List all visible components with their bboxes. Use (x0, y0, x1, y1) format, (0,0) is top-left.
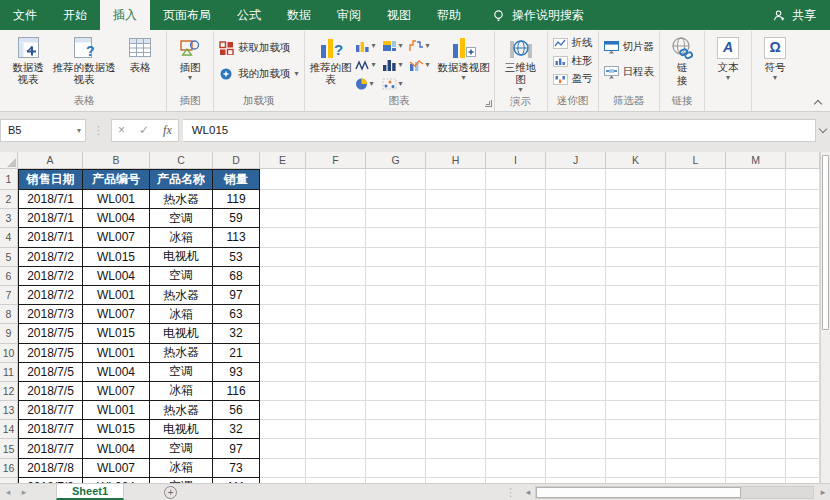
empty-cell[interactable] (666, 344, 726, 363)
column-header-E[interactable]: E (260, 152, 306, 169)
table-cell[interactable]: 热水器 (150, 401, 213, 420)
table-cell[interactable]: WL004 (83, 267, 150, 286)
empty-cell[interactable] (726, 420, 786, 439)
table-cell[interactable]: WL001 (83, 344, 150, 363)
empty-cell[interactable] (666, 439, 726, 458)
empty-cell[interactable] (426, 459, 486, 478)
ribbon-tab-帮助[interactable]: 帮助 (424, 0, 474, 30)
empty-cell[interactable] (726, 248, 786, 267)
empty-cell[interactable] (306, 248, 366, 267)
empty-cell[interactable] (306, 459, 366, 478)
sheet-nav-left-icon[interactable]: ◂ (0, 484, 16, 500)
empty-cell[interactable] (606, 169, 666, 190)
empty-cell[interactable] (306, 439, 366, 458)
table-cell[interactable]: 2018/7/7 (18, 401, 83, 420)
empty-cell[interactable] (666, 363, 726, 382)
empty-cell[interactable] (486, 363, 546, 382)
get-addins-button[interactable]: 获取加载项 (216, 38, 302, 58)
column-header-C[interactable]: C (150, 152, 213, 169)
empty-cell[interactable] (666, 190, 726, 209)
empty-cell[interactable] (666, 286, 726, 305)
table-cell[interactable]: 116 (213, 382, 260, 401)
empty-cell[interactable] (606, 286, 666, 305)
empty-cell[interactable] (306, 363, 366, 382)
empty-cell[interactable] (786, 267, 820, 286)
table-cell[interactable]: 2018/7/5 (18, 363, 83, 382)
empty-cell[interactable] (306, 420, 366, 439)
table-cell[interactable]: WL004 (83, 363, 150, 382)
table-cell[interactable]: WL007 (83, 382, 150, 401)
table-cell[interactable]: 2018/7/5 (18, 324, 83, 343)
empty-cell[interactable] (666, 420, 726, 439)
empty-cell[interactable] (366, 190, 426, 209)
empty-cell[interactable] (486, 459, 546, 478)
empty-cell[interactable] (546, 382, 606, 401)
empty-cell[interactable] (726, 439, 786, 458)
empty-cell[interactable] (366, 267, 426, 286)
table-cell[interactable]: 32 (213, 420, 260, 439)
sheet-tab-sheet1[interactable]: Sheet1 (56, 484, 124, 500)
empty-cell[interactable] (726, 169, 786, 190)
empty-cell[interactable] (306, 305, 366, 324)
vertical-scrollbar[interactable] (820, 152, 830, 483)
table-cell[interactable]: 电视机 (150, 324, 213, 343)
table-cell[interactable]: 冰箱 (150, 228, 213, 247)
empty-cell[interactable] (260, 439, 306, 458)
empty-cell[interactable] (606, 401, 666, 420)
my-addins-button[interactable]: 我的加载项 ▾ (216, 64, 302, 84)
insert-waterfall-chart-button[interactable]: ▾ (409, 36, 436, 55)
empty-cell[interactable] (606, 267, 666, 286)
empty-cell[interactable] (426, 420, 486, 439)
empty-cell[interactable] (726, 190, 786, 209)
empty-cell[interactable] (306, 286, 366, 305)
empty-cell[interactable] (366, 363, 426, 382)
empty-cell[interactable] (260, 324, 306, 343)
recommended-charts-button[interactable]: ? 推荐的图表 (307, 32, 355, 85)
empty-cell[interactable] (426, 169, 486, 190)
table-cell[interactable]: 空调 (150, 363, 213, 382)
empty-cell[interactable] (426, 439, 486, 458)
empty-cell[interactable] (306, 190, 366, 209)
insert-function-icon[interactable]: fx (163, 123, 172, 138)
empty-cell[interactable] (260, 190, 306, 209)
column-header-partial[interactable] (786, 152, 820, 169)
table-cell[interactable]: 2018/7/3 (18, 305, 83, 324)
table-cell[interactable]: 热水器 (150, 286, 213, 305)
empty-cell[interactable] (260, 209, 306, 228)
table-cell[interactable]: WL001 (83, 286, 150, 305)
empty-cell[interactable] (546, 286, 606, 305)
table-cell[interactable]: 电视机 (150, 248, 213, 267)
table-cell[interactable]: 2018/7/2 (18, 286, 83, 305)
insert-pie-chart-button[interactable]: ▾ (355, 74, 382, 93)
ribbon-tab-插入[interactable]: 插入 (100, 0, 150, 30)
symbols-button[interactable]: Ω 符号 ▾ (754, 32, 796, 82)
empty-cell[interactable] (666, 169, 726, 190)
table-cell[interactable]: 93 (213, 363, 260, 382)
table-cell[interactable]: WL004 (83, 209, 150, 228)
vertical-scrollbar-thumb[interactable] (822, 155, 829, 330)
empty-cell[interactable] (726, 324, 786, 343)
empty-cell[interactable] (426, 401, 486, 420)
table-cell[interactable]: 空调 (150, 267, 213, 286)
empty-cell[interactable] (260, 459, 306, 478)
empty-cell[interactable] (306, 344, 366, 363)
row-header-14[interactable]: 14 (0, 420, 18, 439)
table-cell[interactable]: 空调 (150, 439, 213, 458)
column-header-J[interactable]: J (546, 152, 606, 169)
empty-cell[interactable] (606, 248, 666, 267)
table-cell[interactable]: 2018/7/1 (18, 190, 83, 209)
row-header-1[interactable]: 1 (0, 169, 18, 190)
empty-cell[interactable] (666, 401, 726, 420)
empty-cell[interactable] (260, 267, 306, 286)
empty-cell[interactable] (486, 382, 546, 401)
empty-cell[interactable] (486, 209, 546, 228)
empty-cell[interactable] (366, 169, 426, 190)
table-cell[interactable]: 63 (213, 305, 260, 324)
empty-cell[interactable] (666, 267, 726, 286)
table-cell[interactable]: WL015 (83, 248, 150, 267)
table-cell[interactable]: 2018/7/5 (18, 344, 83, 363)
row-header-13[interactable]: 13 (0, 401, 18, 420)
empty-cell[interactable] (366, 228, 426, 247)
empty-cell[interactable] (786, 286, 820, 305)
empty-cell[interactable] (366, 209, 426, 228)
